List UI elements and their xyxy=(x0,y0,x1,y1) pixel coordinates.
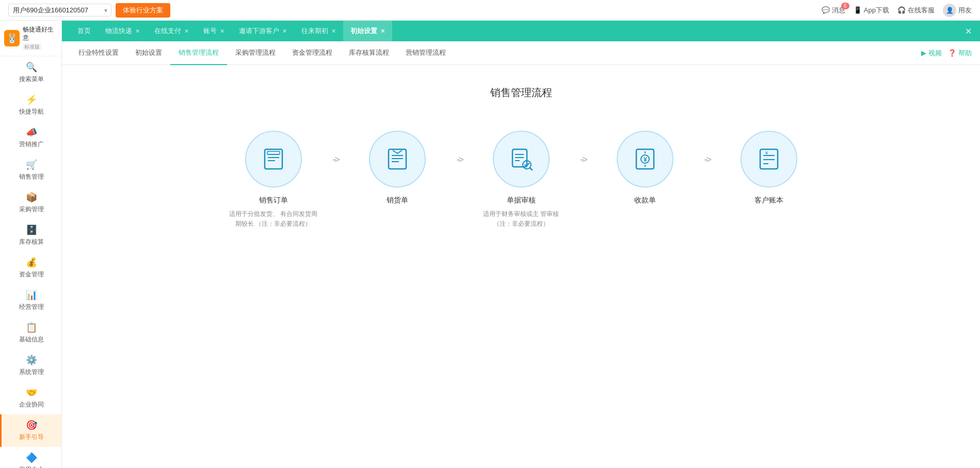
nav-tab-home[interactable]: 首页 xyxy=(70,21,98,41)
nav-tab-payment[interactable]: 在线支付✕ xyxy=(147,21,196,41)
sub-tab-inventory[interactable]: 库存核算流程 xyxy=(341,41,397,65)
sidebar-item-inventory[interactable]: 🗄️ 库存核算 xyxy=(0,219,61,252)
flow-item-audit: 单据审核适用于财务审核或主 管审核 （注：非必要流程） xyxy=(475,131,568,229)
sub-tab-sales[interactable]: 销售管理流程 xyxy=(170,41,227,65)
sidebar-item-basic[interactable]: 📋 基础信息 xyxy=(0,317,61,349)
flow-item-account: ¥ 客户账本 xyxy=(722,131,815,209)
sub-tab-industry[interactable]: 行业特性设置 xyxy=(70,41,127,65)
sidebar-label-guide: 新手引导 xyxy=(19,433,44,442)
svg-line-14 xyxy=(530,168,532,170)
nav-tab-downstream[interactable]: 邀请下游客户✕ xyxy=(232,21,294,41)
sidebar-item-quicknav[interactable]: ⚡ 快捷导航 xyxy=(0,89,61,121)
help-icon: ❓ xyxy=(948,49,956,57)
sidebar-item-operations[interactable]: 📊 经营管理 xyxy=(0,284,61,317)
sidebar-item-guide[interactable]: 🎯 新手引导 xyxy=(0,414,61,447)
flow-circle-receipt[interactable]: ¥ xyxy=(617,131,673,188)
nav-tab-label-account: 账号 xyxy=(203,26,217,36)
sidebar-icon-sales: 🛒 xyxy=(26,159,37,170)
flow-arrow-2: --> xyxy=(568,131,599,165)
sub-tab-finance[interactable]: 资金管理流程 xyxy=(284,41,341,65)
sidebar-label-apps: 应用中心 xyxy=(19,465,44,468)
user-avatar-item[interactable]: 👤 用友 xyxy=(943,4,972,17)
sub-tab-actions: ▶ 视频 ❓ 帮助 xyxy=(921,49,972,58)
sidebar-label-sales: 销售管理 xyxy=(19,173,44,181)
sub-tab-label-inventory: 库存核算流程 xyxy=(349,48,389,57)
message-icon: 💬 xyxy=(822,6,830,14)
online-service-label: 在线客服 xyxy=(908,6,935,15)
flow-label-receipt: 收款单 xyxy=(634,196,656,205)
user-select[interactable]: 用户690企业1660120507 xyxy=(8,4,111,17)
sidebar-label-quicknav: 快捷导航 xyxy=(19,107,44,116)
sub-tab-purchase[interactable]: 采购管理流程 xyxy=(227,41,284,65)
nav-tab-account[interactable]: 账号✕ xyxy=(196,21,232,41)
sidebar-item-search[interactable]: 🔍 搜索菜单 xyxy=(0,56,61,89)
sidebar-item-apps[interactable]: 🔷 应用中心 xyxy=(0,447,61,468)
nav-tab-init[interactable]: 初始设置✕ xyxy=(343,21,392,41)
nav-tab-label-home: 首页 xyxy=(77,26,91,36)
sidebar-icon-inventory: 🗄️ xyxy=(26,224,37,236)
sub-tabs-bar: 行业特性设置初始设置销售管理流程采购管理流程资金管理流程库存核算流程营销管理流程… xyxy=(62,41,980,65)
logo-badge: 标准版 xyxy=(23,43,41,50)
nav-tab-label-logistics: 物流快递 xyxy=(105,26,132,36)
sidebar-icon-apps: 🔷 xyxy=(26,452,37,463)
video-label: 视频 xyxy=(928,49,942,58)
sidebar-item-collab[interactable]: 🤝 企业协同 xyxy=(0,382,61,414)
video-action[interactable]: ▶ 视频 xyxy=(921,49,942,58)
online-service-item[interactable]: 🎧 在线客服 xyxy=(897,6,935,15)
nav-tab-close-init[interactable]: ✕ xyxy=(380,28,385,35)
sidebar-icon-guide: 🎯 xyxy=(26,419,37,431)
nav-tab-close-logistics[interactable]: ✕ xyxy=(135,28,140,35)
experience-button[interactable]: 体验行业方案 xyxy=(116,3,170,18)
sidebar-label-inventory: 库存核算 xyxy=(19,238,44,246)
nav-tab-period[interactable]: 往来期初✕ xyxy=(294,21,343,41)
sub-tab-initset[interactable]: 初始设置 xyxy=(127,41,170,65)
user-select-wrapper[interactable]: 用户690企业1660120507 ▼ xyxy=(8,4,111,17)
sidebar-items: 🔍 搜索菜单 ⚡ 快捷导航 📣 营销推广 🛒 销售管理 📦 采购管理 🗄️ 库存… xyxy=(0,56,61,468)
flow-circle-sales-order[interactable] xyxy=(245,131,302,188)
sidebar-icon-search: 🔍 xyxy=(26,61,37,73)
page-content: 销售管理流程 销售订单适用于分批发货、 有合同发货周期较长 （注：非必要流程）-… xyxy=(62,65,980,249)
sidebar-icon-system: ⚙️ xyxy=(26,354,37,366)
help-label: 帮助 xyxy=(958,49,972,58)
nav-tab-close-period[interactable]: ✕ xyxy=(331,28,336,35)
sidebar-icon-collab: 🤝 xyxy=(26,387,37,398)
top-bar-left: 用户690企业1660120507 ▼ 体验行业方案 xyxy=(8,3,170,18)
sidebar-icon-operations: 📊 xyxy=(26,289,37,301)
sub-tab-marketing[interactable]: 营销管理流程 xyxy=(397,41,454,65)
sidebar-item-finance[interactable]: 💰 资金管理 xyxy=(0,252,61,284)
message-icon-item[interactable]: 💬 消息 6 xyxy=(822,6,845,15)
flow-circle-delivery[interactable] xyxy=(369,131,426,188)
flow-arrow-3: --> xyxy=(692,131,722,165)
sidebar-item-sales[interactable]: 🛒 销售管理 xyxy=(0,154,61,186)
avatar: 👤 xyxy=(943,4,956,17)
help-action[interactable]: ❓ 帮助 xyxy=(948,49,972,58)
flow-desc-audit: 适用于财务审核或主 管审核 （注：非必要流程） xyxy=(475,209,568,229)
app-download-item[interactable]: 📱 App下载 xyxy=(854,6,889,15)
nav-tab-logistics[interactable]: 物流快递✕ xyxy=(98,21,147,41)
sidebar-icon-quicknav: ⚡ xyxy=(26,94,37,105)
sub-tab-label-marketing: 营销管理流程 xyxy=(406,48,446,57)
logo-area: 🐰 畅捷通好生意 标准版 xyxy=(0,21,61,56)
flow-label-delivery: 销货单 xyxy=(387,196,408,205)
content-area: 行业特性设置初始设置销售管理流程采购管理流程资金管理流程库存核算流程营销管理流程… xyxy=(62,41,980,468)
nav-tab-close-account[interactable]: ✕ xyxy=(220,28,224,35)
sub-tab-label-industry: 行业特性设置 xyxy=(78,48,119,57)
sidebar-item-system[interactable]: ⚙️ 系统管理 xyxy=(0,349,61,382)
sidebar-label-marketing: 营销推广 xyxy=(19,140,44,149)
user-name-label: 用友 xyxy=(958,6,972,15)
headset-icon: 🎧 xyxy=(897,6,906,14)
sidebar-item-purchase[interactable]: 📦 采购管理 xyxy=(0,186,61,219)
sidebar-icon-finance: 💰 xyxy=(26,257,37,268)
close-all-tabs-button[interactable]: ✕ xyxy=(965,26,972,36)
sidebar-label-collab: 企业协同 xyxy=(19,400,44,409)
nav-tab-close-payment[interactable]: ✕ xyxy=(184,28,189,35)
flow-label-sales-order: 销售订单 xyxy=(259,196,288,205)
nav-tab-label-init: 初始设置 xyxy=(350,26,377,36)
logo-icon: 🐰 xyxy=(4,30,20,46)
flow-circle-audit[interactable] xyxy=(493,131,550,188)
sidebar-item-marketing[interactable]: 📣 营销推广 xyxy=(0,121,61,154)
flow-circle-account[interactable]: ¥ xyxy=(741,131,797,188)
flow-item-sales-order: 销售订单适用于分批发货、 有合同发货周期较长 （注：非必要流程） xyxy=(227,131,320,229)
sub-tab-label-purchase: 采购管理流程 xyxy=(235,48,276,57)
nav-tab-close-downstream[interactable]: ✕ xyxy=(282,28,287,35)
